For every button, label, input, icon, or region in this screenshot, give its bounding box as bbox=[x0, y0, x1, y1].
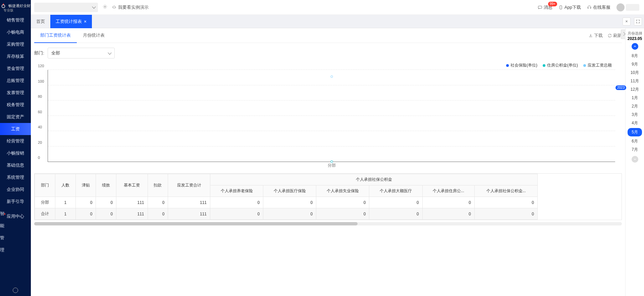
chevron-right-icon bbox=[622, 32, 625, 36]
table-row: 分部1001110111000000 bbox=[35, 197, 538, 208]
refresh-icon bbox=[607, 33, 612, 38]
cloud-icon bbox=[112, 5, 117, 10]
month-prev-button[interactable] bbox=[632, 43, 638, 50]
col-payable: 应发工资合计 bbox=[168, 174, 210, 197]
month-option[interactable]: 9月 bbox=[626, 60, 644, 69]
chevron-down-icon bbox=[633, 158, 637, 161]
download-button[interactable]: 下载 bbox=[588, 33, 603, 39]
refresh-button[interactable]: 刷新 bbox=[607, 33, 622, 39]
legend-item[interactable]: 应发工资总额 bbox=[583, 62, 612, 68]
data-point bbox=[330, 76, 333, 78]
app-download-button[interactable]: App下载 bbox=[558, 4, 581, 10]
chevron-down-icon bbox=[92, 5, 96, 8]
sidebar-item-3[interactable]: 库存核算 bbox=[0, 50, 31, 62]
col-g1: 个人承担养老保险 bbox=[210, 185, 263, 197]
org-selector[interactable] bbox=[34, 3, 98, 12]
month-option[interactable]: 2月 bbox=[626, 102, 644, 111]
data-point bbox=[330, 161, 333, 163]
sidebar-item-15[interactable]: 新手引导 bbox=[0, 196, 31, 208]
month-option[interactable]: 1月 bbox=[626, 94, 644, 102]
sidebar: 畅捷通好业财 专业版 销售管理小畅电商采购管理库存核算资金管理总账管理发票管理税… bbox=[0, 0, 31, 296]
nav-settings[interactable] bbox=[0, 284, 31, 296]
support-button[interactable]: 在线客服 bbox=[587, 4, 610, 10]
col-allowance: 津贴 bbox=[75, 174, 96, 197]
department-filter-label: 部门: bbox=[34, 50, 44, 56]
sidebar-item-12[interactable]: 基础信息 bbox=[0, 159, 31, 171]
settings-icon[interactable] bbox=[103, 4, 107, 10]
month-option[interactable]: 4月 bbox=[626, 119, 644, 127]
col-base: 基本工资 bbox=[116, 174, 148, 197]
sidebar-item-13[interactable]: 系统管理 bbox=[0, 171, 31, 183]
main: 我要看实例演示 消息 99+ App下载 在线客服 bbox=[31, 0, 644, 296]
sidebar-item-17[interactable]: 应用中心 bbox=[0, 210, 31, 222]
sidebar-item-8[interactable]: 固定资产 bbox=[0, 111, 31, 123]
month-picker-collapse[interactable] bbox=[621, 30, 626, 39]
sidebar-item-16[interactable]: 智能管理 bbox=[0, 208, 3, 210]
sidebar-item-2[interactable]: 采购管理 bbox=[0, 38, 31, 50]
month-option[interactable]: 11月 bbox=[626, 77, 644, 85]
topbar: 我要看实例演示 消息 99+ App下载 在线客服 bbox=[31, 0, 644, 15]
sidebar-item-14[interactable]: 企业协同 bbox=[0, 183, 31, 196]
month-option[interactable]: 3月 bbox=[626, 111, 644, 119]
month-next-button[interactable] bbox=[632, 156, 638, 163]
sidebar-item-7[interactable]: 税务管理 bbox=[0, 99, 31, 111]
download-icon bbox=[588, 33, 593, 38]
sidebar-item-0[interactable]: 销售管理 bbox=[0, 14, 31, 26]
legend-item[interactable]: 住房公积金(单位) bbox=[543, 62, 578, 68]
subtab-department[interactable]: 部门工资统计表 bbox=[34, 28, 77, 43]
brand-edition: 专业版 bbox=[0, 8, 31, 13]
salary-table: 部门 人数 津贴 绩效 基本工资 扣款 应发工资合计 个人承担社保公积金 个人承… bbox=[34, 173, 622, 220]
sidebar-item-4[interactable]: 资金管理 bbox=[0, 62, 31, 75]
month-option[interactable]: 6月 bbox=[626, 137, 644, 145]
month-option[interactable]: 5月 bbox=[628, 128, 642, 136]
tab-home[interactable]: 首页 bbox=[31, 15, 50, 28]
col-g5: 个人承担住房公... bbox=[422, 185, 474, 197]
nav: 销售管理小畅电商采购管理库存核算资金管理总账管理发票管理税务管理固定资产工资经营… bbox=[0, 14, 31, 284]
month-option[interactable]: 8月 bbox=[626, 52, 644, 60]
user-name bbox=[626, 4, 639, 11]
month-option[interactable]: 12月 bbox=[626, 85, 644, 94]
table-row: 合计1001110111000000 bbox=[35, 208, 538, 220]
tabstrip: 首页 工资统计报表 × × bbox=[31, 15, 644, 28]
y-tick: 20 bbox=[38, 140, 42, 144]
month-picker-selected: 2023.05 bbox=[626, 36, 644, 41]
y-tick: 120 bbox=[38, 64, 44, 68]
year-tag: 2023 bbox=[615, 85, 626, 90]
subtab-month[interactable]: 月份统计表 bbox=[77, 28, 111, 43]
user-menu[interactable] bbox=[616, 3, 639, 11]
expand-icon bbox=[636, 19, 640, 24]
tab-salary-report[interactable]: 工资统计报表 × bbox=[50, 15, 92, 28]
fullscreen-button[interactable] bbox=[634, 17, 642, 26]
month-option[interactable]: 10月 bbox=[626, 69, 644, 77]
department-select[interactable]: 全部 bbox=[48, 48, 115, 58]
salary-chart: 社会保险(单位)住房公积金(单位)应发工资总额 分部 0204060801001… bbox=[34, 62, 622, 170]
sidebar-item-11[interactable]: 小畅报销 bbox=[0, 147, 31, 159]
sidebar-item-1[interactable]: 小畅电商 bbox=[0, 26, 31, 38]
col-g6: 个人承担社保公积金... bbox=[475, 185, 538, 197]
sidebar-item-5[interactable]: 总账管理 bbox=[0, 75, 31, 87]
month-picker: 月份选择 2023.05 8月9月10月11月12月1月2月3月4月5月6月7月… bbox=[625, 28, 644, 296]
month-option[interactable]: 7月 bbox=[626, 145, 644, 154]
sidebar-item-10[interactable]: 经营管理 bbox=[0, 135, 31, 147]
brand: 畅捷通好业财 专业版 bbox=[0, 0, 31, 14]
svg-point-1 bbox=[104, 6, 106, 7]
sidebar-item-9[interactable]: 工资 bbox=[0, 123, 31, 135]
gear-icon bbox=[13, 288, 18, 293]
brand-name: 畅捷通好业财 bbox=[8, 4, 31, 8]
col-deduct: 扣款 bbox=[148, 174, 168, 197]
col-g3: 个人承担失业保险 bbox=[316, 185, 369, 197]
close-icon[interactable]: × bbox=[84, 19, 87, 24]
y-tick: 80 bbox=[38, 94, 42, 98]
sidebar-item-6[interactable]: 发票管理 bbox=[0, 87, 31, 99]
month-picker-title: 月份选择 bbox=[626, 30, 644, 36]
x-axis-label: 分部 bbox=[328, 163, 336, 168]
messages-button[interactable]: 消息 99+ bbox=[538, 4, 552, 10]
col-count: 人数 bbox=[55, 174, 75, 197]
chevron-down-icon bbox=[108, 51, 111, 54]
close-all-button[interactable]: × bbox=[623, 17, 631, 26]
legend-item[interactable]: 社会保险(单位) bbox=[506, 62, 537, 68]
view-demo-link[interactable]: 我要看实例演示 bbox=[112, 4, 149, 10]
col-dept: 部门 bbox=[35, 174, 55, 197]
svg-rect-3 bbox=[560, 5, 562, 9]
horizontal-scrollbar[interactable] bbox=[34, 222, 622, 225]
